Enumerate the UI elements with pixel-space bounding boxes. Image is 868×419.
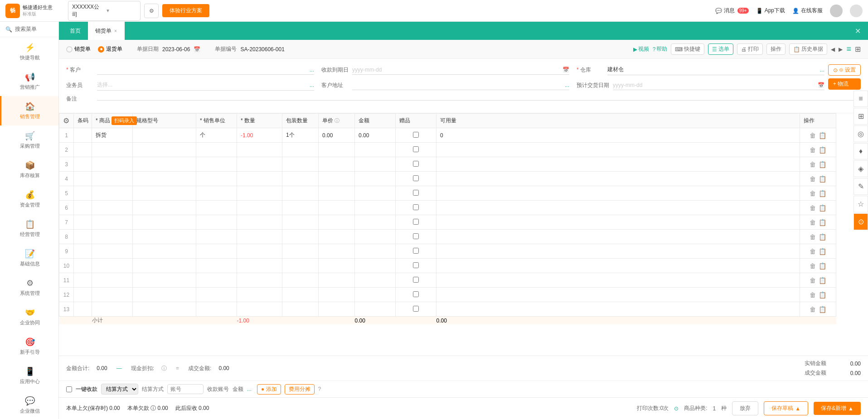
col-settings[interactable]: ⚙ bbox=[59, 114, 74, 128]
save-draft-button[interactable]: 保存草稿 ▲ bbox=[764, 401, 808, 415]
copy-row-icon-0[interactable]: 📋 bbox=[819, 132, 826, 139]
salesperson-input[interactable]: 选择... ... bbox=[97, 80, 314, 91]
copy-row-icon-11[interactable]: 📋 bbox=[819, 291, 826, 299]
help-link[interactable]: ? 帮助 bbox=[653, 45, 668, 53]
sidebar-item-finance[interactable]: 💰 资金管理 bbox=[0, 184, 58, 214]
warehouse-input[interactable]: 建材仓 ... bbox=[607, 64, 824, 75]
radio-return[interactable]: 退货单 bbox=[98, 45, 122, 53]
next-icon[interactable]: ▶ bbox=[839, 46, 843, 53]
discard-button[interactable]: 放弃 bbox=[732, 401, 758, 415]
operate-button[interactable]: 操作 bbox=[766, 43, 786, 55]
sidebar-item-operations[interactable]: 📋 经营管理 bbox=[0, 214, 58, 243]
tab-home[interactable]: 首页 bbox=[63, 22, 88, 40]
sidebar-item-system[interactable]: ⚙ 系统管理 bbox=[0, 273, 58, 302]
sidebar-item-base-info[interactable]: 📝 基础信息 bbox=[0, 243, 58, 273]
delete-row-icon-4[interactable]: 🗑 bbox=[810, 190, 816, 197]
copy-row-icon-3[interactable]: 📋 bbox=[819, 175, 826, 183]
gift-checkbox-7[interactable] bbox=[413, 233, 419, 239]
copy-row-icon-10[interactable]: 📋 bbox=[819, 277, 826, 284]
avatar[interactable] bbox=[830, 5, 843, 17]
delete-row-icon-2[interactable]: 🗑 bbox=[810, 161, 816, 168]
calendar-icon[interactable]: 📅 bbox=[194, 46, 200, 53]
right-tool-view[interactable]: ◈ bbox=[853, 160, 868, 177]
calendar-expected-icon[interactable]: 📅 bbox=[818, 82, 824, 88]
save-new-button[interactable]: 保存&新增 ▲ bbox=[814, 402, 861, 415]
sidebar-item-purchase[interactable]: 🛒 采购管理 bbox=[0, 125, 58, 155]
notes-input[interactable] bbox=[97, 97, 861, 101]
product-cell-11[interactable] bbox=[92, 288, 133, 302]
list-view-icon[interactable]: ≡ bbox=[846, 44, 851, 54]
message-button[interactable]: 💬 消息 99+ bbox=[715, 7, 749, 14]
settings-icon[interactable]: ⚙ bbox=[144, 4, 159, 18]
one-click-payment-checkbox[interactable] bbox=[66, 386, 72, 392]
print-button[interactable]: 🖨 打印 bbox=[737, 43, 763, 55]
copy-row-icon-2[interactable]: 📋 bbox=[819, 161, 826, 168]
right-tool-diamond[interactable]: ♦ bbox=[853, 143, 868, 159]
customer-addr-input[interactable]: ... bbox=[352, 81, 569, 90]
copy-row-icon-9[interactable]: 📋 bbox=[819, 262, 826, 270]
product-cell-2[interactable] bbox=[92, 157, 133, 172]
copy-row-icon-1[interactable]: 📋 bbox=[819, 146, 826, 154]
copy-row-icon-7[interactable]: 📋 bbox=[819, 233, 826, 241]
customer-dots[interactable]: ... bbox=[310, 67, 314, 73]
payment-dots[interactable]: ... bbox=[247, 386, 252, 392]
warehouse-dots[interactable]: ... bbox=[820, 67, 824, 73]
trial-button[interactable]: 体验行业方案 bbox=[162, 4, 209, 17]
product-cell-12[interactable] bbox=[92, 302, 133, 317]
expected-date-input[interactable]: yyyy-mm-dd 📅 bbox=[613, 81, 824, 90]
expense-help-icon[interactable]: ? bbox=[318, 386, 321, 392]
online-service-button[interactable]: 👤 在线客服 bbox=[792, 7, 823, 14]
right-tool-edit[interactable]: ✎ bbox=[853, 178, 868, 195]
app-download-button[interactable]: 📱 App下载 bbox=[756, 7, 785, 14]
sidebar-item-guide[interactable]: 🎯 新手引导 bbox=[0, 332, 58, 361]
history-button[interactable]: 📋 历史单据 bbox=[789, 43, 827, 55]
sidebar-item-collab[interactable]: 🤝 企业协同 bbox=[0, 302, 58, 332]
customer-input[interactable]: ... bbox=[97, 65, 314, 75]
copy-row-icon-4[interactable]: 📋 bbox=[819, 190, 826, 197]
discount-info-icon[interactable]: ⓘ bbox=[161, 365, 167, 372]
customer-addr-dots[interactable]: ... bbox=[565, 82, 569, 88]
shortcut-button[interactable]: ⌨ 快捷键 bbox=[671, 43, 704, 55]
copy-row-icon-6[interactable]: 📋 bbox=[819, 219, 826, 226]
product-cell-0[interactable]: 拆货 bbox=[92, 128, 133, 143]
grid-view-icon[interactable]: ⊞ bbox=[855, 45, 861, 53]
video-link[interactable]: ▶ 视频 bbox=[633, 45, 649, 53]
delete-row-icon-6[interactable]: 🗑 bbox=[810, 219, 816, 226]
product-cell-7[interactable] bbox=[92, 230, 133, 244]
delete-row-icon-12[interactable]: 🗑 bbox=[810, 306, 816, 313]
product-cell-8[interactable] bbox=[92, 244, 133, 259]
scan-button[interactable]: 扫码录入 bbox=[112, 116, 137, 125]
right-tool-target[interactable]: ◎ bbox=[853, 125, 868, 142]
product-cell-6[interactable] bbox=[92, 215, 133, 230]
delete-row-icon-8[interactable]: 🗑 bbox=[810, 248, 816, 255]
calendar-due-icon[interactable]: 📅 bbox=[563, 67, 569, 73]
product-cell-1[interactable] bbox=[92, 143, 133, 157]
right-tool-list[interactable]: ≡ bbox=[853, 91, 868, 107]
gift-checkbox-8[interactable] bbox=[413, 248, 419, 254]
delete-row-icon-3[interactable]: 🗑 bbox=[810, 175, 816, 183]
add-payment-button[interactable]: ● 添加 bbox=[257, 384, 281, 395]
copy-row-icon-5[interactable]: 📋 bbox=[819, 204, 826, 212]
right-tool-grid[interactable]: ⊞ bbox=[853, 108, 868, 125]
logistics-button[interactable]: + 物流 bbox=[828, 78, 861, 90]
avatar-2[interactable] bbox=[850, 5, 863, 17]
sidebar-item-marketing[interactable]: 📢 营销推广 bbox=[0, 67, 58, 96]
sidebar-item-app-center[interactable]: 📱 应用中心 bbox=[0, 361, 58, 390]
product-cell-5[interactable] bbox=[92, 201, 133, 215]
sidebar-item-weixin[interactable]: 💬 企业微信 bbox=[0, 390, 58, 419]
account-input[interactable] bbox=[167, 384, 204, 394]
gift-checkbox-10[interactable] bbox=[413, 277, 419, 283]
gift-checkbox-0[interactable] bbox=[413, 132, 419, 138]
product-cell-4[interactable] bbox=[92, 186, 133, 201]
product-cell-10[interactable] bbox=[92, 273, 133, 288]
company-selector[interactable]: XXXXXX公司 ▼ bbox=[68, 1, 141, 21]
gift-checkbox-4[interactable] bbox=[413, 190, 419, 196]
salesperson-dots[interactable]: ... bbox=[310, 82, 314, 88]
sidebar-item-inventory[interactable]: 📦 库存核算 bbox=[0, 155, 58, 184]
delete-row-icon-0[interactable]: 🗑 bbox=[810, 132, 816, 139]
right-tool-settings[interactable]: ⊙ bbox=[853, 213, 868, 230]
settings-form-button[interactable]: ⊙ ⊙ 设置 bbox=[828, 64, 861, 76]
sidebar-item-sales[interactable]: 🏠 销售管理 bbox=[0, 96, 58, 125]
payment-due-input[interactable]: yyyy-mm-dd 📅 bbox=[352, 65, 569, 75]
gift-checkbox-3[interactable] bbox=[413, 175, 419, 181]
